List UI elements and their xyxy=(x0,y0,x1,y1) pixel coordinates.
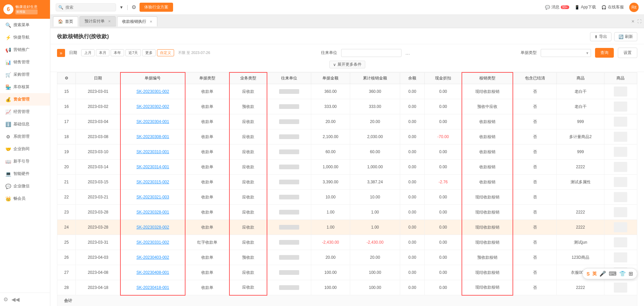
cell-accum-amount: 2,030.00 xyxy=(350,129,400,144)
cell-num: 23 xyxy=(57,205,76,220)
float-toolbar: S 英 🎤 ⌨ 👕 ⊞ xyxy=(582,268,637,279)
bill-no-link[interactable]: SK-20230310-001 xyxy=(137,149,169,154)
cell-bill-type: 收款单 xyxy=(185,220,229,235)
sidebar-item-8[interactable]: ℹ️ 基础信息 xyxy=(0,118,50,130)
app-download-item[interactable]: 📱 App下载 xyxy=(575,4,596,10)
message-icon: 💬 xyxy=(545,5,550,10)
cell-verify-type: 现结收款核销 xyxy=(462,235,513,250)
search-input[interactable] xyxy=(56,3,116,11)
date-btn-this-month[interactable]: 本月 xyxy=(96,49,109,56)
settings-button[interactable]: 设置 xyxy=(618,48,637,58)
bill-no-link[interactable]: SK-20230308-001 xyxy=(137,134,169,139)
cell-num: 19 xyxy=(57,144,76,160)
cell-num: 17 xyxy=(57,114,76,129)
collapse-icon[interactable]: ◀◀ xyxy=(11,296,19,303)
cell-accum-amount: 3,387.24 xyxy=(350,175,400,190)
sidebar-item-10[interactable]: 🤝 企业协同 xyxy=(0,143,50,155)
cell-accum-amount: 100.00 xyxy=(350,265,400,280)
date-btn-custom[interactable]: 自定义 xyxy=(157,49,174,56)
cell-goods2 xyxy=(604,190,637,205)
solution-button[interactable]: 体验行业方案 xyxy=(140,3,173,12)
message-item[interactable]: 💬 消息 99+ xyxy=(545,4,569,10)
cell-amount: 333.00 xyxy=(311,99,350,114)
filter-expand-button[interactable]: » xyxy=(57,49,65,57)
cell-num: 24 xyxy=(57,220,76,235)
keyboard-icon[interactable]: ⌨ xyxy=(609,270,616,277)
sidebar: 6 畅康道好生意 标推版 🔍 搜索菜单 ⚡ 快捷导航 📢 营销推广 📊 销售管理… xyxy=(0,0,50,306)
sidebar-item-3[interactable]: 📊 销售管理 xyxy=(0,56,50,68)
bill-no-link[interactable]: SK-20230315-002 xyxy=(137,180,169,184)
cell-goods1: 2222 xyxy=(557,160,604,175)
cell-biz-type: 应收款 xyxy=(229,220,267,235)
tab-close-prepay[interactable]: ✕ xyxy=(108,19,111,23)
header-actions: ⬆ 导出 🔄 刷新 xyxy=(590,32,637,41)
settings-icon[interactable]: ⚙ xyxy=(131,4,136,10)
bill-no-link[interactable]: SK-20230314-001 xyxy=(137,165,169,169)
tab-close-receipt[interactable]: ✕ xyxy=(150,20,152,23)
cell-include-settled: 否 xyxy=(513,220,557,235)
industry-dropdown[interactable]: ▼ xyxy=(119,5,123,10)
sidebar-item-12[interactable]: 💻 智能硬件 xyxy=(0,168,50,180)
date-btn-7days[interactable]: 近7天 xyxy=(125,49,141,56)
sidebar-item-13[interactable]: 💬 企业微信 xyxy=(0,180,50,192)
filter-ellipsis-1: ... xyxy=(406,50,410,56)
shirt-icon[interactable]: 👕 xyxy=(619,270,626,277)
bill-no-link[interactable]: SK-20230302-002 xyxy=(137,104,169,109)
cell-cash-discount: 0.00 xyxy=(424,160,462,175)
sidebar-item-1[interactable]: ⚡ 快捷导航 xyxy=(0,31,50,44)
partner-filter-input[interactable] xyxy=(341,49,401,57)
cell-verify-type: 收款核销 xyxy=(462,144,513,160)
expand-more-button[interactable]: ∨ 展开更多条件 xyxy=(329,61,365,68)
tab-prepay[interactable]: 预计应付单 ✕ xyxy=(79,16,116,26)
bill-type-select[interactable] xyxy=(541,49,591,57)
user-avatar[interactable]: Rit xyxy=(629,3,639,12)
bill-no-link[interactable]: SK-20230328-002 xyxy=(137,225,169,230)
cell-include-settled: 否 xyxy=(513,99,557,114)
partner-filter-label: 往来单位 xyxy=(321,50,337,56)
sidebar-item-0[interactable]: 🔍 搜索菜单 xyxy=(0,19,50,31)
cell-bill-type: 收款单 xyxy=(185,265,229,280)
col-bill-type: 单据类型 xyxy=(185,72,229,84)
bill-no-link[interactable]: SK-20230408-001 xyxy=(137,270,169,275)
cell-accum-amount: 10.00 xyxy=(350,190,400,205)
cell-goods2 xyxy=(604,175,637,190)
tab-home[interactable]: 🏠 首页 xyxy=(53,16,78,26)
cell-date: 2023-03-28 xyxy=(76,205,120,220)
bill-no-link[interactable]: SK-20230328-001 xyxy=(137,210,169,215)
bill-no-link[interactable]: SK-20230403-002 xyxy=(137,255,169,260)
date-btn-more[interactable]: 更多 xyxy=(142,49,156,56)
refresh-button[interactable]: 🔄 刷新 xyxy=(614,32,637,41)
grid-icon[interactable]: ⊞ xyxy=(629,270,633,277)
online-service-item[interactable]: 🎧 在线客服 xyxy=(601,4,624,10)
col-settings[interactable]: ⚙ xyxy=(57,72,76,84)
maximize-icon[interactable]: ⛶ xyxy=(637,19,641,24)
bill-no-link[interactable]: SK-20230301-002 xyxy=(137,89,169,94)
close-all-icon[interactable]: ✕ xyxy=(631,19,635,24)
date-btn-last-month[interactable]: 上月 xyxy=(81,49,95,56)
settings-bottom-icon[interactable]: ⚙ xyxy=(3,296,8,303)
cell-date: 2023-04-08 xyxy=(76,265,120,280)
logo-text: 畅康道好生意 xyxy=(15,4,38,9)
cell-verify-type: 预收中应收 xyxy=(462,99,513,114)
sidebar-item-2[interactable]: 📢 营销推广 xyxy=(0,44,50,56)
sidebar-item-11[interactable]: 📖 新手引导 xyxy=(0,155,50,168)
date-btn-this-year[interactable]: 本年 xyxy=(111,49,124,56)
bill-no-link[interactable]: SK-20230304-001 xyxy=(137,119,169,124)
sidebar-item-14[interactable]: 👑 畅会员 xyxy=(0,192,50,205)
export-button[interactable]: ⬆ 导出 xyxy=(590,32,611,41)
sidebar-icon-10: 🤝 xyxy=(5,146,11,152)
sidebar-item-6[interactable]: 💰 资金管理 xyxy=(0,93,50,106)
sidebar-item-9[interactable]: ⚙ 系统管理 xyxy=(0,130,50,143)
sidebar-item-4[interactable]: 🛒 采购管理 xyxy=(0,68,50,81)
mic-icon[interactable]: 🎤 xyxy=(599,270,606,277)
sidebar-icon-0: 🔍 xyxy=(5,22,11,28)
sidebar-item-7[interactable]: 📈 经营管理 xyxy=(0,106,50,118)
bill-no-link[interactable]: SK-20230321-003 xyxy=(137,195,169,199)
query-button[interactable]: 查询 xyxy=(595,48,614,58)
bill-no-link[interactable]: SK-20230331-002 xyxy=(137,240,169,245)
tab-receipt[interactable]: 收款核销执行 ✕ xyxy=(117,16,157,26)
col-accum-amount: 累计核销金额 xyxy=(350,72,400,84)
cell-goods2 xyxy=(604,84,637,99)
bill-no-link[interactable]: SK-20230418-001 xyxy=(137,285,169,290)
sidebar-item-5[interactable]: 🏪 库存核算 xyxy=(0,81,50,93)
